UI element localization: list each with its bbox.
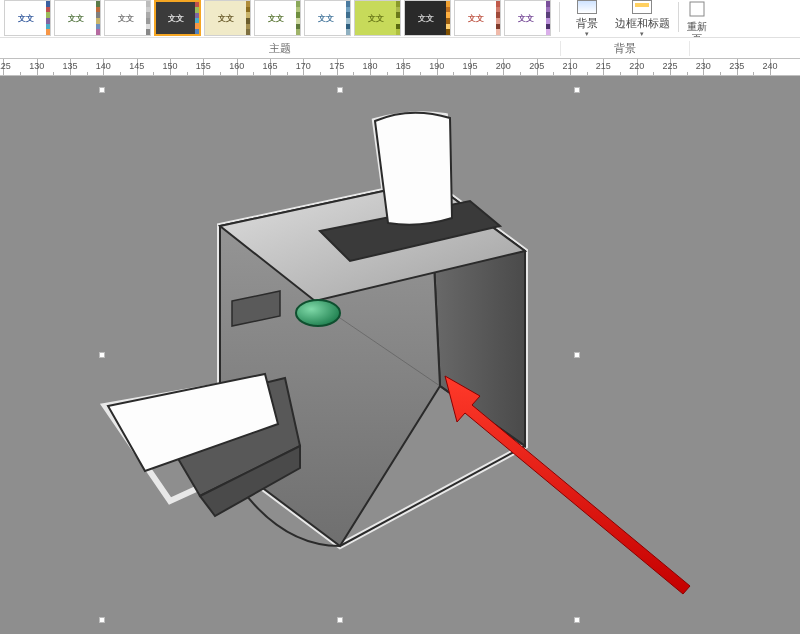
theme-glyph: 文文 (205, 1, 246, 35)
ruler-number: 240 (762, 61, 777, 71)
ruler-number: 235 (729, 61, 744, 71)
ruler-number: 140 (96, 61, 111, 71)
theme-glyph: 文文 (505, 1, 546, 35)
dropdown-caret-icon: ▾ (640, 30, 644, 38)
ribbon-themes-row: 文文文文文文文文文文文文文文文文文文文文文文 背景 ▾ 边框和标题 ▾ 重新 页 (0, 0, 800, 38)
renew-page-button[interactable]: 重新 页 (683, 0, 711, 38)
ruler-number: 170 (296, 61, 311, 71)
theme-glyph: 文文 (305, 1, 346, 35)
ruler-number: 225 (662, 61, 677, 71)
theme-color-stripe (546, 1, 550, 35)
theme-color-stripe (195, 2, 199, 34)
ruler-number: 125 (0, 61, 11, 71)
ruler-number: 220 (629, 61, 644, 71)
theme-thumb-1[interactable]: 文文 (54, 0, 101, 36)
editing-canvas[interactable] (0, 76, 800, 634)
theme-gallery[interactable]: 文文文文文文文文文文文文文文文文文文文文文文 (0, 0, 555, 38)
theme-color-stripe (346, 1, 350, 35)
theme-thumb-0[interactable]: 文文 (4, 0, 51, 36)
theme-glyph: 文文 (105, 1, 146, 35)
group-label-theme: 主题 (0, 41, 560, 56)
theme-glyph: 文文 (255, 1, 296, 35)
border-title-icon (632, 0, 652, 14)
ruler-number: 190 (429, 61, 444, 71)
theme-glyph: 文文 (5, 1, 46, 35)
theme-glyph: 文文 (355, 1, 396, 35)
theme-color-stripe (446, 1, 450, 35)
theme-thumb-2[interactable]: 文文 (104, 0, 151, 36)
theme-thumb-7[interactable]: 文文 (354, 0, 401, 36)
theme-color-stripe (496, 1, 500, 35)
ruler-number: 215 (596, 61, 611, 71)
horizontal-ruler[interactable]: 1251301351401451501551601651701751801851… (0, 58, 800, 76)
theme-color-stripe (246, 1, 250, 35)
ruler-number: 175 (329, 61, 344, 71)
printer-clipart[interactable] (0, 76, 800, 634)
background-label: 背景 (576, 16, 598, 31)
ruler-number: 130 (29, 61, 44, 71)
theme-color-stripe (96, 1, 100, 35)
theme-glyph: 文文 (405, 1, 446, 35)
renew-page-icon (687, 0, 707, 18)
svg-rect-0 (690, 2, 704, 16)
theme-glyph: 文文 (455, 1, 496, 35)
theme-thumb-6[interactable]: 文文 (304, 0, 351, 36)
theme-color-stripe (146, 1, 150, 35)
theme-color-stripe (396, 1, 400, 35)
theme-glyph: 文文 (156, 2, 195, 34)
ruler-number: 200 (496, 61, 511, 71)
ruler-number: 155 (196, 61, 211, 71)
ruler-number: 135 (62, 61, 77, 71)
theme-glyph: 文文 (55, 1, 96, 35)
theme-thumb-9[interactable]: 文文 (454, 0, 501, 36)
ruler-number: 205 (529, 61, 544, 71)
dropdown-caret-icon: ▾ (585, 30, 589, 38)
theme-thumb-5[interactable]: 文文 (254, 0, 301, 36)
theme-color-stripe (46, 1, 50, 35)
ruler-number: 145 (129, 61, 144, 71)
theme-thumb-4[interactable]: 文文 (204, 0, 251, 36)
theme-color-stripe (296, 1, 300, 35)
ruler-number: 230 (696, 61, 711, 71)
ruler-number: 210 (562, 61, 577, 71)
ruler-number: 165 (262, 61, 277, 71)
ruler-number: 160 (229, 61, 244, 71)
ruler-number: 180 (362, 61, 377, 71)
ruler-number: 150 (162, 61, 177, 71)
ruler-number: 195 (462, 61, 477, 71)
background-icon (577, 0, 597, 14)
border-title-button[interactable]: 边框和标题 ▾ (610, 0, 674, 38)
svg-point-1 (296, 300, 340, 326)
group-label-background: 背景 (560, 41, 690, 56)
theme-thumb-3[interactable]: 文文 (154, 0, 201, 36)
ribbon-separator (559, 2, 560, 32)
background-button[interactable]: 背景 ▾ (564, 0, 610, 38)
theme-thumb-8[interactable]: 文文 (404, 0, 451, 36)
ruler-number: 185 (396, 61, 411, 71)
border-title-label: 边框和标题 (615, 16, 670, 31)
theme-thumb-10[interactable]: 文文 (504, 0, 551, 36)
ribbon-group-labels: 主题 背景 (0, 38, 800, 58)
ribbon-separator (678, 2, 679, 32)
